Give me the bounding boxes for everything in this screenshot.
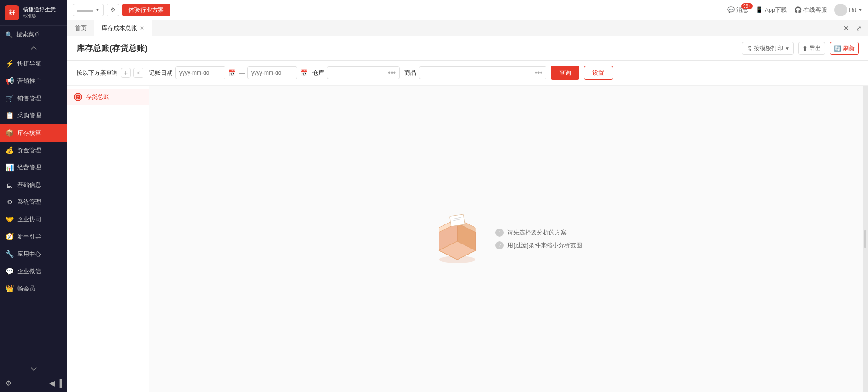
home-tab-label: 首页 [75,24,87,32]
refresh-icon: 🔄 [834,45,841,52]
sidebar-item-wechat[interactable]: 💬 企业微信 [0,263,67,280]
print-btn[interactable]: 🖨 按模板打印 ▼ [742,42,794,55]
online-service-btn[interactable]: 🎧 在线客服 [794,6,827,14]
sidebar-item-enterprise[interactable]: 🤝 企业协同 [0,211,67,228]
sidebar-item-system[interactable]: ⚙ 系统管理 [0,193,67,211]
app-download-btn[interactable]: 📱 App下载 [756,6,787,14]
sidebar-item-label: 新手引导 [17,233,41,241]
collapse-sidebar-icon[interactable]: ◀ ▐ [49,379,62,387]
user-profile[interactable]: Rit ▼ [834,4,863,16]
message-badge: 99+ [741,3,753,9]
sidebar-item-marketing[interactable]: 📢 营销推广 [0,72,67,90]
empty-step-1-text: 请先选择要分析的方案 [507,229,567,237]
refresh-btn-label: 刷新 [843,44,855,52]
scheme-selector[interactable]: ▬▬▬ ▼ [73,4,104,16]
sidebar-item-finance[interactable]: 💰 资金管理 [0,142,67,159]
basic-info-icon: 🗂 [5,181,14,189]
logo-icon: 好 [5,5,19,20]
export-btn-label: 导出 [809,44,821,52]
sidebar-item-guide[interactable]: 🧭 新手引导 [0,228,67,245]
date-field-label: 记账日期 [149,69,173,77]
sidebar-item-label: 快捷导航 [17,60,41,68]
filter-add-btn[interactable]: + [121,68,131,78]
goods-input[interactable]: ••• [419,66,546,79]
chevron-down-icon: ▼ [858,7,863,12]
calendar-end-icon[interactable]: 📅 [300,69,308,76]
date-start-input[interactable] [175,66,225,79]
right-panel[interactable] [863,86,868,392]
empty-step-2-text: 用[过滤]条件来缩小分析范围 [507,241,582,249]
app-center-icon: 🔧 [5,250,14,258]
filter-row: 记账日期 📅 — 📅 仓库 ••• 商品 ••• [149,66,859,80]
goods-more-icon[interactable]: ••• [535,69,542,77]
scroll-down-btn [0,364,67,374]
sidebar-item-operation[interactable]: 📊 经营管理 [0,159,67,176]
goods-field-label: 商品 [404,69,416,77]
topbar-right: 💬 消息 99+ 📱 App下载 🎧 在线客服 Rit ▼ [727,4,863,16]
settings-footer-icon[interactable]: ⚙ [5,379,12,387]
page-header: 库存总账(存货总账) 🖨 按模板打印 ▼ ⬆ 导出 🔄 刷新 [67,36,868,61]
user-name: Rit [849,6,856,13]
query-btn[interactable]: 查询 [551,66,579,80]
search-menu[interactable]: 🔍 搜索菜单 [0,26,67,43]
sidebar-item-label: 企业微信 [17,267,41,275]
system-icon: ⚙ [5,198,14,206]
tab-close-btn[interactable]: ✕ [140,25,144,31]
member-icon: 👑 [5,285,14,293]
empty-state: 1 请先选择要分析的方案 2 用[过滤]条件来缩小分析范围 [149,86,863,392]
warehouse-filter-group: 仓库 ••• [312,66,400,79]
calendar-start-icon[interactable]: 📅 [228,69,236,76]
topbar-settings-btn[interactable]: ⚙ [107,4,119,16]
demo-btn[interactable]: 体验行业方案 [122,4,170,16]
filter-area: 按以下方案查询 + « 记账日期 📅 — 📅 仓库 ••• 商品 [67,61,868,86]
refresh-btn[interactable]: 🔄 刷新 [830,42,859,55]
close-tab-ctrl-btn[interactable]: ✕ [841,23,852,34]
sidebar-item-label: 营销推广 [17,77,41,85]
sidebar-item-basic-info[interactable]: 🗂 基础信息 [0,176,67,193]
sidebar-item-quick-nav[interactable]: ⚡ 快捷导航 [0,55,67,72]
box-illustration [430,212,485,266]
app-sub: 标准版 [23,13,56,19]
tab-inventory-ledger[interactable]: 库存成本总账 ✕ [94,20,152,36]
warehouse-input[interactable]: ••• [327,66,400,79]
sidebar-item-app-center[interactable]: 🔧 应用中心 [0,245,67,263]
expand-tab-ctrl-btn[interactable]: ⤢ [853,23,864,34]
avatar [834,4,847,16]
inventory-icon: 📦 [5,129,14,137]
filter-label-text: 按以下方案查询 [77,69,118,77]
page-title: 库存总账(存货总账) [77,43,148,59]
filter-label: 按以下方案查询 + « [77,68,143,78]
search-menu-label: 搜索菜单 [16,31,40,39]
sidebar-item-sales[interactable]: 🛒 销售管理 [0,90,67,107]
export-btn[interactable]: ⬆ 导出 [798,42,825,55]
topbar-left: ▬▬▬ ▼ ⚙ 体验行业方案 [73,4,724,16]
app-download-label: App下载 [765,6,787,14]
empty-step-1: 1 请先选择要分析的方案 [495,229,582,237]
sidebar-item-purchase[interactable]: 📋 采购管理 [0,107,67,124]
sidebar-item-inventory[interactable]: 📦 库存核算 [0,124,67,142]
date-end-input[interactable] [247,66,297,79]
sidebar-footer: ⚙ ◀ ▐ [0,374,67,392]
operation-icon: 📊 [5,163,14,172]
headset-icon: 🎧 [794,6,802,13]
filter-collapse-btn[interactable]: « [133,68,143,78]
sidebar-item-label: 基础信息 [17,181,41,189]
message-btn[interactable]: 💬 消息 99+ [727,6,748,14]
export-icon: ⬆ [802,45,807,52]
print-btn-label: 按模板打印 [754,44,783,52]
step-1-num: 1 [495,229,504,237]
filter-settings-btn[interactable]: 设置 [584,66,613,80]
printer-icon: 🖨 [746,45,752,52]
guide-icon: 🧭 [5,233,14,241]
online-service-label: 在线客服 [803,6,827,14]
sidebar-item-member[interactable]: 👑 畅会员 [0,280,67,297]
warehouse-more-icon[interactable]: ••• [388,69,396,77]
app-logo: 好 畅捷通好生意 标准版 [0,0,67,26]
sidebar-nav: ⚡ 快捷导航 📢 营销推广 🛒 销售管理 📋 采购管理 📦 库存核算 💰 资金管… [0,53,67,364]
tab-home[interactable]: 首页 [67,20,94,36]
filter-panel-item-ledger[interactable]: 存货总账 [67,89,149,105]
wechat-icon: 💬 [5,267,14,275]
scheme-label: ▬▬▬ [77,7,93,13]
search-icon: 🔍 [5,31,13,38]
ledger-icon [74,93,82,101]
